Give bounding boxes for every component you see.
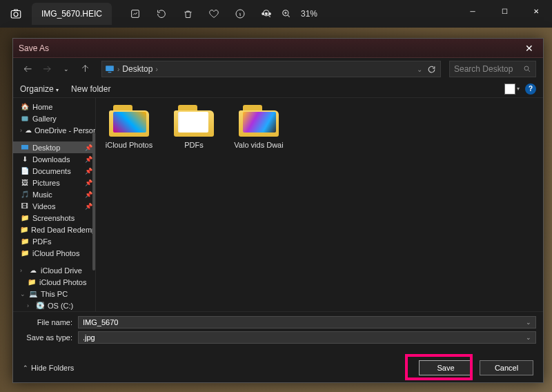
refresh-button[interactable] [425, 61, 437, 77]
folder-icon: 📁 [20, 213, 30, 223]
svg-rect-12 [22, 116, 28, 121]
search-icon [523, 65, 531, 73]
icloud-icon: ☁ [28, 266, 38, 275]
pictures-icon: 🖼 [20, 178, 30, 188]
dialog-footer: ⌃Hide Folders Save Cancel [13, 349, 543, 382]
forward-button[interactable]: 🡢 [39, 61, 55, 77]
search-input[interactable]: Search Desktop [449, 61, 536, 77]
svg-rect-0 [11, 11, 21, 19]
minimize-button[interactable]: ─ [457, 0, 489, 22]
folder-icon [174, 105, 214, 137]
nav-row: 🡠 🡢 ⌄ 🡡 › Desktop › ⌄ Search Desktop [13, 58, 543, 80]
folder-item-icloud[interactable]: iCloud Photos [104, 105, 154, 149]
tree-downloads[interactable]: ⬇Downloads📌 [13, 153, 95, 165]
desktop-icon [20, 143, 30, 153]
folder-label: iCloud Photos [106, 141, 153, 149]
tab-title: IMG_5670.HEIC [41, 9, 102, 19]
documents-icon: 📄 [20, 166, 30, 176]
tree-scrollbar[interactable] [92, 133, 95, 271]
tree-gallery[interactable]: Gallery [13, 112, 95, 124]
folder-item-valo[interactable]: Valo vids Dwai [234, 105, 284, 149]
tree-screenshots[interactable]: 📁Screenshots [13, 212, 95, 224]
zoom-in-icon[interactable] [282, 9, 291, 19]
up-button[interactable]: 🡡 [78, 61, 93, 77]
tree-iclouddrive[interactable]: ›☁iCloud Drive [13, 264, 95, 276]
save-button[interactable]: Save [419, 360, 473, 375]
heart-icon[interactable] [206, 6, 221, 21]
maximize-button[interactable]: ☐ [489, 0, 520, 22]
folder-icon [109, 105, 149, 137]
folder-label: Valo vids Dwai [234, 141, 283, 149]
tree-icloudphotos[interactable]: 📁iCloud Photos [13, 247, 95, 259]
pc-icon: 💻 [28, 289, 38, 299]
hide-folders-button[interactable]: ⌃Hide Folders [23, 364, 74, 372]
save-as-dialog: Save As ✕ 🡠 🡢 ⌄ 🡡 › Desktop › ⌄ Search D… [12, 38, 544, 383]
drive-icon: 💽 [35, 301, 45, 311]
organize-button[interactable]: Organize ▾ [20, 84, 59, 94]
tree-icloudphotos2[interactable]: 📁iCloud Photos [13, 276, 95, 288]
view-mode-button[interactable]: ▾ [504, 84, 520, 95]
cloud-icon: ☁ [25, 126, 32, 135]
trash-icon[interactable] [180, 6, 195, 21]
back-button[interactable]: 🡠 [20, 61, 35, 77]
svg-rect-13 [21, 145, 28, 150]
folder-item-pdfs[interactable]: PDFs [169, 105, 219, 149]
breadcrumb-desktop[interactable]: Desktop [122, 64, 152, 74]
rotate-icon[interactable] [154, 6, 169, 21]
address-dropdown[interactable]: ⌄ [417, 66, 422, 73]
tree-reddead[interactable]: 📁Red Dead Redemp [13, 224, 95, 235]
gallery-icon [20, 114, 30, 124]
help-button[interactable]: ? [525, 84, 536, 95]
zoom-level[interactable]: 31% [301, 9, 317, 19]
dropdown-icon[interactable]: ⌄ [526, 319, 531, 326]
tree-home[interactable]: 🏠Home [13, 101, 95, 112]
desktop-icon [105, 64, 115, 74]
folder-icon: 📁 [27, 277, 37, 287]
photos-app-icon [4, 2, 28, 26]
tree-pdfs[interactable]: 📁PDFs [13, 235, 95, 247]
svg-point-11 [524, 66, 529, 70]
tree-documents[interactable]: 📄Documents📌 [13, 165, 95, 177]
new-folder-button[interactable]: New folder [71, 84, 110, 94]
zoom-controls: 31% [262, 9, 317, 19]
folder-label: PDFs [184, 141, 204, 149]
info-icon[interactable] [233, 6, 248, 21]
recent-button[interactable]: ⌄ [59, 61, 74, 77]
tree-videos[interactable]: 🎞Videos📌 [13, 200, 95, 212]
folder-icon: 📁 [20, 237, 30, 246]
address-bar[interactable]: › Desktop › ⌄ [101, 61, 441, 77]
filename-label: File name: [20, 318, 72, 326]
filetype-label: Save as type: [20, 333, 72, 342]
dialog-close-button[interactable]: ✕ [521, 43, 538, 54]
cancel-button[interactable]: Cancel [480, 360, 533, 375]
tree-onedrive[interactable]: ›☁OneDrive - Person [13, 124, 95, 136]
music-icon: 🎵 [20, 190, 30, 199]
edit-icon[interactable] [128, 6, 143, 21]
folder-icon: 📁 [20, 225, 28, 235]
photos-app-titlebar: IMG_5670.HEIC ••• 31% ─ ☐ ✕ [0, 0, 552, 28]
tree-music[interactable]: 🎵Music📌 [13, 188, 95, 200]
folder-icon: 📁 [20, 248, 30, 258]
dropdown-icon[interactable]: ⌄ [526, 334, 531, 341]
tree-thispc[interactable]: ⌄💻This PC [13, 288, 95, 300]
folder-view[interactable]: iCloud Photos PDFs Valo vids Dwai [96, 98, 543, 311]
close-button[interactable]: ✕ [520, 0, 552, 22]
svg-point-1 [14, 12, 18, 17]
tree-osc[interactable]: ›💽OS (C:) [13, 300, 95, 311]
photos-tab[interactable]: IMG_5670.HEIC [32, 3, 112, 25]
filename-field[interactable]: IMG_5670⌄ [78, 316, 536, 329]
folder-icon [239, 105, 279, 137]
search-placeholder: Search Desktop [454, 64, 523, 74]
organize-toolbar: Organize ▾ New folder ▾ ? [13, 80, 543, 98]
pin-icon: 📌 [85, 144, 92, 151]
dialog-titlebar: Save As ✕ [13, 39, 543, 58]
tree-pictures[interactable]: 🖼Pictures📌 [13, 177, 95, 188]
videos-icon: 🎞 [20, 202, 30, 211]
window-controls: ─ ☐ ✕ [457, 0, 552, 22]
zoom-out-icon[interactable] [262, 9, 272, 19]
tree-desktop[interactable]: Desktop📌 [13, 141, 95, 153]
file-form: File name: IMG_5670⌄ Save as type: .jpg⌄ [13, 311, 543, 349]
dialog-title: Save As [19, 43, 49, 53]
filetype-field[interactable]: .jpg⌄ [78, 331, 536, 344]
download-icon: ⬇ [20, 155, 30, 164]
